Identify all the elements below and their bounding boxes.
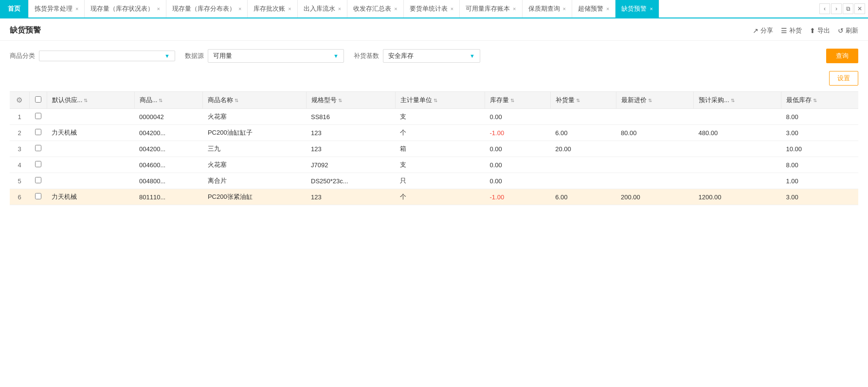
cell-checkbox-1: [29, 125, 47, 141]
latest-price-sort-icon: ⇅: [648, 98, 652, 103]
col-min-stock-label: 最低库存: [786, 96, 812, 105]
tab-close-inout-flow[interactable]: ×: [338, 6, 341, 12]
estimated-purchase-sort-icon: ⇅: [731, 98, 735, 103]
col-header-stock: 库存量 ⇅: [485, 92, 550, 109]
replenish-button[interactable]: ☰ 补货: [781, 26, 802, 35]
cell-product-name-4: 离合片: [203, 173, 306, 189]
tab-defect-process[interactable]: 拣货异常处理 ×: [29, 0, 85, 18]
col-header-stock-sort[interactable]: 库存量 ⇅: [490, 96, 514, 105]
cell-spec-5: 123: [306, 189, 395, 205]
tab-label: 超储预警: [578, 4, 603, 13]
cell-product-name-2: 三九: [203, 141, 306, 157]
product-name-sort-icon: ⇅: [235, 98, 238, 103]
share-button[interactable]: ↗ 分享: [753, 26, 773, 35]
tab-inventory-status[interactable]: 现存量（库存状况表） ×: [85, 0, 166, 18]
cell-product-code-1: 004200...: [134, 125, 203, 141]
table-settings-gear-icon[interactable]: ⚙: [16, 96, 22, 104]
replenish-base-select[interactable]: 安全库存 ▼: [383, 49, 480, 63]
col-header-unit-sort[interactable]: 主计量单位 ⇅: [400, 96, 437, 105]
cell-index-2: 3: [10, 141, 29, 157]
tab-home[interactable]: 首页: [0, 0, 29, 18]
table-row: 6 力天机械 801110... PC200张紧油缸 123 个 -1.00 6…: [10, 189, 858, 205]
tab-close-inventory-dist[interactable]: ×: [238, 6, 241, 12]
cell-supplier-0: [47, 109, 134, 125]
col-header-product-code-sort[interactable]: 商品... ⇅: [140, 96, 163, 105]
tab-close-recv-summary[interactable]: ×: [394, 6, 397, 12]
datasource-select[interactable]: 可用量 ▼: [208, 49, 344, 63]
share-icon: ↗: [753, 27, 759, 35]
tab-close-overstock-warning[interactable]: ×: [606, 6, 609, 12]
col-header-latest-price: 最新进价 ⇅: [616, 92, 693, 109]
tab-label: 要货单统计表: [410, 4, 448, 13]
row-checkbox-3[interactable]: [35, 161, 41, 167]
cell-checkbox-3: [29, 157, 47, 173]
tab-inout-flow[interactable]: 出入库流水 ×: [298, 0, 347, 18]
query-button[interactable]: 查询: [826, 49, 858, 63]
col-header-replenish-qty-sort[interactable]: 补货量 ⇅: [556, 96, 580, 105]
col-header-product-code: 商品... ⇅: [134, 92, 203, 109]
cell-index-3: 4: [10, 157, 29, 173]
tab-next-btn[interactable]: ›: [831, 3, 842, 14]
tab-overstock-warning[interactable]: 超储预警 ×: [572, 0, 615, 18]
col-header-spec-sort[interactable]: 规格型号 ⇅: [311, 96, 342, 105]
export-button[interactable]: ⬆ 导出: [810, 26, 830, 35]
cell-spec-1: 123: [306, 125, 395, 141]
col-supplier-label: 默认供应...: [52, 96, 83, 105]
tab-recv-summary[interactable]: 收发存汇总表 ×: [347, 0, 403, 18]
cell-spec-4: DS250*23c...: [306, 173, 395, 189]
cell-replenish-qty-4: [550, 173, 616, 189]
tab-close-batch-account[interactable]: ×: [288, 6, 291, 12]
tab-restore-btn[interactable]: ⧉: [843, 3, 853, 14]
col-header-unit: 主计量单位 ⇅: [395, 92, 485, 109]
cell-product-name-3: 火花塞: [203, 157, 306, 173]
table-row: 1 0000042 火花塞 SS816 支 0.00 8.00: [10, 109, 858, 125]
cell-checkbox-5: [29, 189, 47, 205]
col-header-product-name: 商品名称 ⇅: [203, 92, 306, 109]
filter-actions: 查询: [826, 49, 858, 63]
table-row: 5 004800... 离合片 DS250*23c... 只 0.00 1.00: [10, 173, 858, 189]
row-checkbox-2[interactable]: [35, 145, 41, 151]
table-container: ⚙ 默认供应... ⇅ 商品... ⇅: [0, 91, 868, 205]
tab-close-all-btn[interactable]: ✕: [854, 3, 865, 14]
tab-batch-account[interactable]: 库存批次账 ×: [248, 0, 297, 18]
row-checkbox-0[interactable]: [35, 113, 41, 119]
page-content: 缺货预警 ↗ 分享 ☰ 补货 ⬆ 导出 ↺ 刷新 商品分类: [0, 18, 868, 387]
cell-estimated-purchase-4: [693, 173, 781, 189]
tab-expiry-query[interactable]: 保质期查询 ×: [523, 0, 572, 18]
row-checkbox-1[interactable]: [35, 129, 41, 135]
tab-close-inventory-status[interactable]: ×: [157, 6, 160, 12]
cell-latest-price-2: [616, 141, 693, 157]
col-header-estimated-purchase-sort[interactable]: 预计采购... ⇅: [699, 96, 735, 105]
cell-product-name-5: PC200张紧油缸: [203, 189, 306, 205]
cell-estimated-purchase-5: 1200.00: [693, 189, 781, 205]
col-header-latest-price-sort[interactable]: 最新进价 ⇅: [621, 96, 652, 105]
replenish-qty-sort-icon: ⇅: [576, 98, 580, 103]
tab-available-ledger[interactable]: 可用量库存账本 ×: [460, 0, 522, 18]
col-header-supplier-sort[interactable]: 默认供应... ⇅: [52, 96, 88, 105]
row-checkbox-4[interactable]: [35, 177, 41, 183]
tab-close-shortage-warning[interactable]: ×: [650, 6, 652, 12]
select-all-checkbox[interactable]: [35, 96, 41, 103]
col-header-product-name-sort[interactable]: 商品名称 ⇅: [208, 96, 238, 105]
col-header-min-stock-sort[interactable]: 最低库存 ⇅: [786, 96, 817, 105]
category-select-arrow-icon: ▼: [164, 53, 170, 59]
cell-spec-3: J7092: [306, 157, 395, 173]
tab-close-demand-stats[interactable]: ×: [451, 6, 453, 12]
settings-button[interactable]: 设置: [829, 71, 858, 86]
tab-home-label: 首页: [8, 4, 20, 13]
tab-close-defect-process[interactable]: ×: [75, 6, 78, 12]
tab-demand-stats[interactable]: 要货单统计表 ×: [404, 0, 460, 18]
tab-close-available-ledger[interactable]: ×: [513, 6, 516, 12]
row-checkbox-5[interactable]: [35, 193, 41, 199]
tab-inventory-dist[interactable]: 现存量（库存分布表） ×: [166, 0, 248, 18]
tab-label: 拣货异常处理: [35, 4, 72, 13]
category-select[interactable]: ▼: [39, 51, 175, 61]
cell-latest-price-4: [616, 173, 693, 189]
tab-close-expiry-query[interactable]: ×: [563, 6, 566, 12]
refresh-button[interactable]: ↺ 刷新: [838, 26, 858, 35]
col-header-estimated-purchase: 预计采购... ⇅: [693, 92, 781, 109]
cell-index-4: 5: [10, 173, 29, 189]
tab-shortage-warning[interactable]: 缺货预警 ×: [615, 0, 659, 18]
tab-prev-btn[interactable]: ‹: [819, 3, 830, 14]
filter-row2: 设置: [0, 71, 868, 91]
